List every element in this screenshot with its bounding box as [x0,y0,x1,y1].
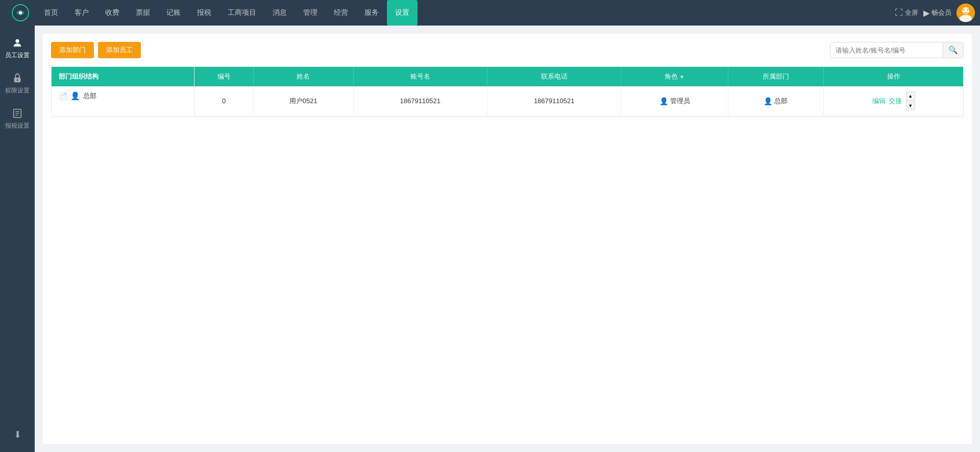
file-icon: 📄 [59,92,67,100]
cell-code: 0 [194,86,254,116]
nav-accounting[interactable]: 记账 [158,0,189,26]
role-user-icon: 👤 [659,97,668,105]
sidebar-item-employee[interactable]: 员工设置 [0,31,35,66]
svg-point-9 [17,79,18,81]
th-action: 操作 [824,67,963,86]
th-phone: 联系电话 [487,67,621,86]
page-container: 添加部门 添加员工 🔍 部门组织结构 📄 👤 总部 [43,34,972,444]
employee-icon [11,37,23,49]
nav-invoice[interactable]: 票据 [128,0,158,26]
sidebar-bottom: ⬇ [8,422,27,447]
th-role[interactable]: 角色 ▼ [621,67,728,86]
cell-account: 18679110521 [353,86,487,116]
th-name: 姓名 [254,67,354,86]
search-input[interactable] [830,43,943,57]
fullscreen-icon: ⛶ [895,8,903,17]
nav-billing[interactable]: 收费 [97,0,128,26]
tree-item-root[interactable]: 📄 👤 总部 [52,86,194,106]
nav-message[interactable]: 消息 [264,0,295,26]
cell-dept: 👤 总部 [728,86,824,116]
edit-button[interactable]: 编辑 [872,97,886,106]
scroll-controls: ▲ ▼ [906,91,915,110]
th-dept: 所属部门 [728,67,824,86]
nav-home[interactable]: 首页 [36,0,66,26]
sidebar-download-btn[interactable]: ⬇ [8,422,27,447]
avatar[interactable] [957,4,975,22]
nav-business[interactable]: 工商项目 [219,0,264,26]
search-button[interactable]: 🔍 [943,42,963,58]
add-dept-button[interactable]: 添加部门 [51,42,94,58]
download-icon: ⬇ [11,429,23,441]
fullscreen-label: 全屏 [905,8,918,17]
content-layout: 部门组织结构 📄 👤 总部 编号 姓名 账号名 联系电话 [51,66,964,117]
sidebar-item-permission[interactable]: 权限设置 [0,66,35,101]
nav-tax[interactable]: 报税 [189,0,219,26]
permission-icon [11,72,23,84]
role-label: 管理员 [670,97,690,106]
table-header-row: 编号 姓名 账号名 联系电话 角色 ▼ 所属部门 操作 [194,67,963,86]
toolbar: 添加部门 添加员工 🔍 [51,42,964,58]
filter-icon: ▼ [679,74,684,80]
cell-role: 👤 管理员 [621,86,728,116]
sidebar-tax-label: 报税设置 [5,122,30,130]
nav-items: 首页 客户 收费 票据 记账 报税 工商项目 消息 管理 经营 服务 设置 [36,0,895,26]
sidebar-item-tax-settings[interactable]: 报税设置 [0,101,35,136]
vip-label: 畅会员 [932,8,951,17]
cell-phone: 18679110521 [487,86,621,116]
employee-table: 编号 姓名 账号名 联系电话 角色 ▼ 所属部门 操作 [194,67,963,116]
scroll-down-btn[interactable]: ▼ [906,101,915,110]
tree-user-icon: 👤 [70,91,80,101]
th-code: 编号 [194,67,254,86]
vip-icon: ▶ [923,8,929,18]
logo[interactable] [5,4,36,22]
sidebar-permission-label: 权限设置 [5,86,30,95]
search-icon: 🔍 [948,45,958,54]
dept-user-icon: 👤 [764,97,772,105]
tree-item-label: 总部 [83,91,96,101]
left-tree: 部门组织结构 📄 👤 总部 [52,67,194,116]
main-content: 添加部门 添加员工 🔍 部门组织结构 📄 👤 总部 [35,26,980,452]
tree-header: 部门组织结构 [52,67,194,86]
nav-right: ⛶ 全屏 ▶ 畅会员 [895,4,975,22]
nav-customer[interactable]: 客户 [66,0,97,26]
svg-point-6 [967,9,969,11]
right-table: 编号 姓名 账号名 联系电话 角色 ▼ 所属部门 操作 [194,67,963,116]
transfer-button[interactable]: 交接 [889,97,902,106]
search-box: 🔍 [830,42,964,58]
svg-point-1 [19,11,22,14]
vip-btn[interactable]: ▶ 畅会员 [923,8,951,18]
nav-manage[interactable]: 管理 [295,0,326,26]
add-employee-button[interactable]: 添加员工 [98,42,141,58]
th-account: 账号名 [353,67,487,86]
cell-action: 编辑 交接 ▲ ▼ [824,86,963,116]
tax-settings-icon [11,107,23,120]
nav-settings[interactable]: 设置 [387,0,418,26]
fullscreen-btn[interactable]: ⛶ 全屏 [895,8,918,17]
sidebar-employee-label: 员工设置 [5,51,30,60]
dept-label: 总部 [774,97,788,106]
table-row: 0 用户0521 18679110521 18679110521 👤 管理员 👤… [194,86,963,116]
cell-name: 用户0521 [254,86,354,116]
svg-point-5 [963,9,965,11]
sidebar: 员工设置 权限设置 报税设置 ⬇ [0,26,35,452]
nav-operation[interactable]: 经营 [326,0,356,26]
top-nav: 首页 客户 收费 票据 记账 报税 工商项目 消息 管理 经营 服务 设置 ⛶ … [0,0,980,26]
scroll-up-btn[interactable]: ▲ [906,91,915,101]
nav-service[interactable]: 服务 [356,0,387,26]
svg-point-7 [15,39,19,43]
